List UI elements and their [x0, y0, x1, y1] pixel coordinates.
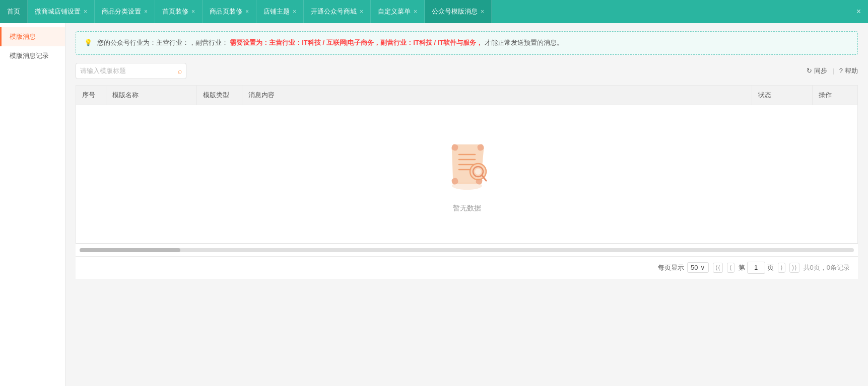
chevron-down-icon: ∨ [700, 264, 705, 271]
nav-tab-template-msg-label: 公众号模版消息 [432, 7, 478, 16]
notice-icon: 💡 [84, 39, 92, 46]
nav-tab-custom-menu[interactable]: 自定义菜单 × [371, 0, 425, 23]
help-icon: ? [839, 67, 843, 74]
nav-tab-store-theme-label: 店铺主题 [263, 7, 290, 16]
nav-tab-product-decor-label: 商品页装修 [210, 7, 242, 16]
notice-suffix: 才能正常发送预置的消息。 [485, 39, 563, 46]
page-size-select: 每页显示 50 ∨ [658, 262, 708, 273]
page-first-button[interactable]: ⟨⟨ [713, 263, 723, 273]
nav-tab-home[interactable]: 首页 [0, 0, 28, 23]
nav-tab-template-msg[interactable]: 公众号模版消息 × [425, 0, 492, 23]
scrollbar-track[interactable] [80, 248, 854, 252]
page-last-button[interactable]: ⟩⟩ [789, 263, 799, 273]
page-unit: 页 [767, 263, 774, 272]
nav-tab-homepage-decor[interactable]: 首页装修 × [155, 0, 203, 23]
nav-tab-product-decor[interactable]: 商品页装修 × [203, 0, 256, 23]
main-layout: 模版消息 模版消息记录 💡 您的公众号行业为：主营行业：，副营行业： 需要设置为… [0, 23, 868, 386]
scrollbar-thumb[interactable] [80, 248, 180, 252]
col-header-action: 操作 [813, 85, 858, 105]
col-header-type: 模版类型 [197, 85, 242, 105]
nav-tab-open-mall[interactable]: 开通公众号商城 × [304, 0, 371, 23]
notice-highlight: 需要设置为：主营行业：IT科技 / 互联网|电子商务，副营行业：IT科技 / I… [230, 39, 483, 46]
close-custom-menu-icon[interactable]: × [414, 8, 417, 15]
sidebar-item-template-msg-log-label: 模版消息记录 [10, 52, 49, 59]
empty-text: 暂无数据 [453, 204, 481, 213]
page-number-input[interactable] [747, 262, 765, 274]
divider: | [832, 67, 834, 74]
close-store-theme-icon[interactable]: × [293, 8, 296, 15]
close-template-msg-icon[interactable]: × [481, 8, 484, 15]
page-word: 第 [739, 263, 745, 272]
close-product-category-icon[interactable]: × [144, 8, 148, 15]
nav-tab-product-category-label: 商品分类设置 [102, 7, 141, 16]
page-size-value: 50 [691, 264, 698, 271]
nav-tab-custom-menu-label: 自定义菜单 [378, 7, 411, 16]
page-size-dropdown[interactable]: 50 ∨ [687, 262, 708, 273]
col-header-name: 模版名称 [106, 85, 197, 105]
page-size-label: 每页显示 [658, 263, 684, 272]
col-header-content: 消息内容 [242, 85, 752, 105]
page-input-group: 第 页 [739, 262, 774, 274]
nav-tab-store-theme[interactable]: 店铺主题 × [256, 0, 304, 23]
page-prev-button[interactable]: ⟨ [727, 263, 735, 273]
data-table: 序号 模版名称 模版类型 消息内容 状态 操作 [76, 85, 858, 244]
sync-button[interactable]: ↻ 同步 [807, 66, 827, 75]
page-next-button[interactable]: ⟩ [778, 263, 785, 273]
top-nav: 首页 微商城店铺设置 × 商品分类设置 × 首页装修 × 商品页装修 × 店铺主… [0, 0, 868, 23]
search-input-wrap[interactable]: ⌕ [76, 63, 186, 79]
close-product-decor-icon[interactable]: × [245, 8, 249, 15]
sync-label: 同步 [814, 66, 827, 75]
horizontal-scrollbar[interactable] [76, 244, 858, 256]
notice-box: 💡 您的公众号行业为：主营行业：，副营行业： 需要设置为：主营行业：IT科技 /… [76, 31, 858, 55]
search-input[interactable] [80, 67, 178, 74]
col-header-status: 状态 [752, 85, 813, 105]
sidebar: 模版消息 模版消息记录 [0, 23, 65, 386]
nav-tab-product-category[interactable]: 商品分类设置 × [95, 0, 155, 23]
search-bar: ⌕ ↻ 同步 | ? 帮助 [76, 63, 858, 79]
search-icon[interactable]: ⌕ [178, 67, 182, 75]
close-all-button[interactable]: × [849, 7, 868, 16]
empty-state-row: 暂无数据 [76, 105, 858, 243]
nav-tab-wsc-store-label: 微商城店铺设置 [35, 7, 81, 16]
pagination: 每页显示 50 ∨ ⟨⟨ ⟨ 第 页 ⟩ ⟩⟩ 共0页，0条记录 [76, 256, 858, 279]
help-label: 帮助 [845, 66, 858, 75]
sidebar-item-template-msg-log[interactable]: 模版消息记录 [0, 46, 65, 65]
sidebar-item-template-msg-label: 模版消息 [10, 33, 36, 40]
nav-tab-wsc-store[interactable]: 微商城店铺设置 × [28, 0, 95, 23]
sync-help-bar: ↻ 同步 | ? 帮助 [807, 66, 858, 75]
help-button[interactable]: ? 帮助 [839, 66, 858, 75]
nav-tab-homepage-decor-label: 首页装修 [162, 7, 188, 16]
table-header-row: 序号 模版名称 模版类型 消息内容 状态 操作 [76, 85, 858, 105]
content-area: 💡 您的公众号行业为：主营行业：，副营行业： 需要设置为：主营行业：IT科技 /… [65, 23, 868, 386]
close-wsc-store-icon[interactable]: × [84, 8, 87, 15]
nav-tab-home-label: 首页 [7, 7, 20, 16]
svg-point-8 [475, 169, 481, 175]
nav-tab-open-mall-label: 开通公众号商城 [311, 7, 357, 16]
col-header-seq: 序号 [76, 85, 106, 105]
total-info: 共0页，0条记录 [804, 263, 850, 272]
sidebar-item-template-msg[interactable]: 模版消息 [0, 27, 65, 46]
close-open-mall-icon[interactable]: × [360, 8, 363, 15]
empty-illustration [437, 135, 497, 196]
close-homepage-decor-icon[interactable]: × [191, 8, 195, 15]
notice-prefix: 您的公众号行业为：主营行业：，副营行业： [97, 39, 228, 46]
empty-state: 暂无数据 [76, 105, 857, 243]
sync-icon: ↻ [807, 67, 812, 74]
